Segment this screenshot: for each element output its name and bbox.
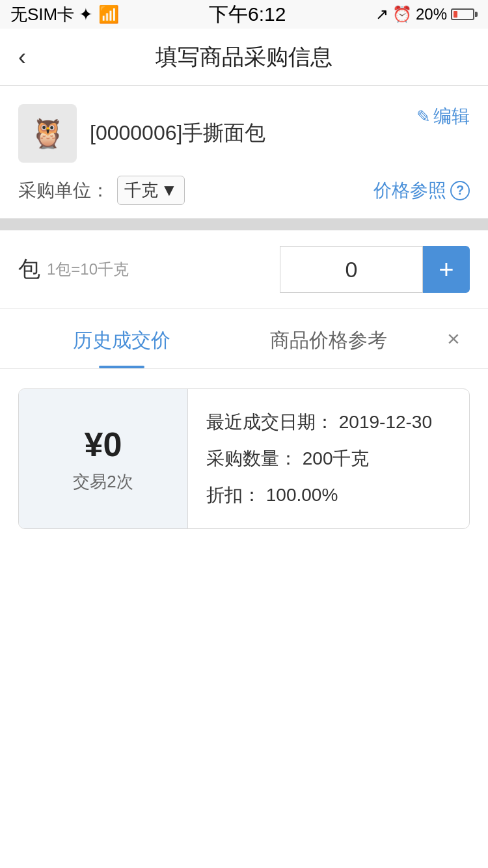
- unit-label: 采购单位：: [18, 178, 109, 203]
- status-time: 下午6:12: [209, 1, 286, 28]
- edit-icon: ✎: [416, 107, 431, 127]
- page-title: 填写商品采购信息: [156, 42, 332, 72]
- tab-active-indicator: [99, 366, 144, 368]
- unit-value: 千克: [124, 179, 158, 202]
- product-name: [0000006]手撕面包: [90, 119, 265, 148]
- status-left: 无SIM卡 ✦ 📶: [10, 3, 119, 26]
- price-ref-label: 价格参照: [373, 178, 446, 203]
- discount-label: 折扣：: [206, 485, 261, 505]
- battery-percent: 20%: [416, 5, 447, 23]
- unit-dropdown[interactable]: 千克 ▼: [117, 176, 185, 205]
- dropdown-arrow-icon: ▼: [161, 180, 178, 200]
- wifi-icon: 📶: [98, 5, 119, 25]
- recent-date-value: 2019-12-30: [339, 412, 432, 432]
- price-card: ¥0 交易2次 最近成交日期： 2019-12-30 采购数量： 200千克 折…: [18, 388, 470, 529]
- quantity-label: 包 1包=10千克: [18, 254, 129, 284]
- product-info: 🦉 [0000006]手撕面包: [18, 104, 416, 163]
- price-left-panel: ¥0 交易2次: [19, 389, 188, 528]
- purchase-qty-label: 采购数量：: [206, 448, 297, 468]
- product-image: 🦉: [18, 104, 77, 163]
- product-thumbnail-icon: 🦉: [30, 116, 66, 150]
- quantity-row: 包 1包=10千克 +: [0, 230, 488, 309]
- qty-hint: 1包=10千克: [47, 259, 129, 280]
- tab-history-price[interactable]: 历史成交价: [18, 309, 225, 368]
- unit-row: 采购单位： 千克 ▼: [18, 176, 185, 205]
- tab-product-price-ref[interactable]: 商品价格参考: [225, 309, 432, 368]
- battery-icon: [451, 8, 478, 20]
- gray-divider: [0, 219, 488, 230]
- purchase-qty-row: 采购数量： 200千克: [206, 445, 451, 472]
- purchase-qty-value: 200千克: [303, 448, 370, 468]
- qty-unit: 包: [18, 254, 40, 284]
- price-right-panel: 最近成交日期： 2019-12-30 采购数量： 200千克 折扣： 100.0…: [188, 389, 469, 528]
- price-amount: ¥0: [85, 425, 122, 464]
- product-header: 🦉 [0000006]手撕面包 ✎ 编辑: [18, 104, 470, 163]
- price-ref-button[interactable]: 价格参照 ?: [373, 178, 470, 203]
- recent-date-label: 最近成交日期：: [206, 412, 334, 432]
- status-bar: 无SIM卡 ✦ 📶 下午6:12 ↗ ⏰ 20%: [0, 0, 488, 29]
- tab-close-button[interactable]: ×: [437, 323, 470, 355]
- quantity-input-group: +: [280, 246, 470, 293]
- location-icon: ↗: [375, 5, 388, 23]
- edit-button[interactable]: ✎ 编辑: [416, 104, 470, 129]
- quantity-input[interactable]: [280, 246, 423, 293]
- tabs-header: 历史成交价 商品价格参考 ×: [0, 309, 488, 369]
- footer-space: [0, 549, 488, 868]
- tabs-panel: 历史成交价 商品价格参考 × ¥0 交易2次 最近成交日期： 2019-12-3…: [0, 309, 488, 549]
- discount-row: 折扣： 100.00%: [206, 481, 451, 509]
- recent-date-row: 最近成交日期： 2019-12-30: [206, 409, 451, 436]
- product-card: 🦉 [0000006]手撕面包 ✎ 编辑 采购单位： 千克 ▼ 价格参照 ?: [0, 86, 488, 219]
- price-trades: 交易2次: [73, 470, 133, 493]
- product-meta: 采购单位： 千克 ▼ 价格参照 ?: [18, 176, 470, 205]
- history-price-content: ¥0 交易2次 最近成交日期： 2019-12-30 采购数量： 200千克 折…: [0, 369, 488, 549]
- discount-value: 100.00%: [266, 485, 338, 505]
- back-button[interactable]: ‹: [18, 44, 26, 71]
- qty-plus-button[interactable]: +: [423, 246, 470, 293]
- carrier-label: 无SIM卡 ✦: [10, 3, 93, 26]
- status-right: ↗ ⏰ 20%: [375, 5, 478, 23]
- nav-bar: ‹ 填写商品采购信息: [0, 29, 488, 86]
- alarm-icon: ⏰: [392, 5, 412, 23]
- info-icon: ?: [450, 181, 470, 200]
